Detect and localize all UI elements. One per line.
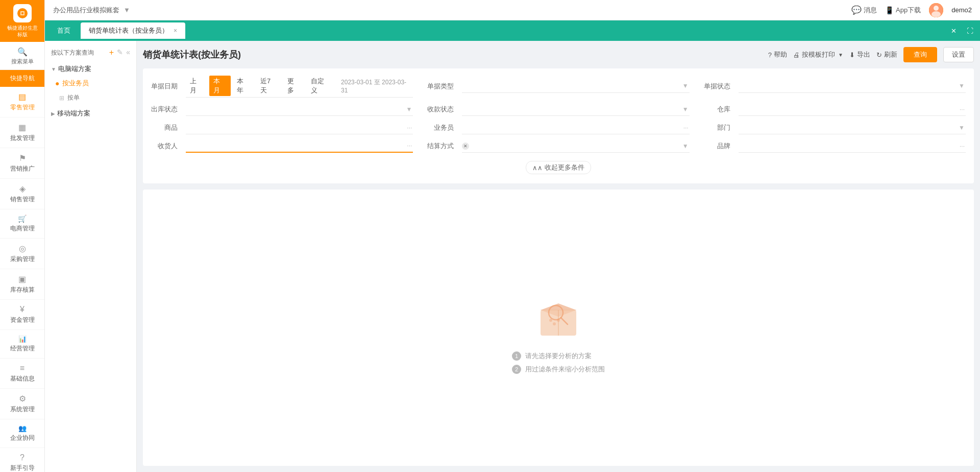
help-button[interactable]: ? 帮助 [768, 50, 787, 59]
collapse-row: ∧∧ 收起更多条件 [151, 158, 966, 177]
consignee-more-icon[interactable]: ··· [407, 142, 412, 149]
tab-close-button[interactable]: × [174, 27, 177, 34]
breadcrumb-text: 办公用品行业模拟账套 [53, 6, 119, 15]
print-button[interactable]: 🖨 按模板打印 ▼ [793, 50, 843, 59]
date-tab-more[interactable]: 更多 [283, 76, 305, 96]
sidebar-item-operation[interactable]: 📊 经营管理 [0, 330, 44, 359]
search-icon: 🔍 [17, 47, 28, 57]
consignee-control[interactable]: ··· [186, 139, 413, 153]
date-tab-custom[interactable]: 自定义 [307, 76, 335, 96]
panel-title: 按以下方案查询 [51, 49, 94, 57]
search-menu-item[interactable]: 🔍 搜索菜单 [0, 42, 44, 70]
tab-home[interactable]: 首页 [49, 22, 79, 39]
print-icon: 🖨 [793, 51, 800, 59]
inventory-icon: ▣ [18, 274, 26, 284]
empty-tips: 1 请先选择要分析的方案 2 用过滤条件来缩小分析范围 [512, 351, 605, 374]
breadcrumb-dropdown-icon[interactable]: ▼ [124, 6, 130, 14]
app-download-button[interactable]: 📱 App下载 [885, 6, 921, 15]
panel-sub-item-by-order[interactable]: ⊞ 按单 [45, 91, 136, 105]
sidebar-item-inventory[interactable]: ▣ 库存核算 [0, 269, 44, 300]
search-label: 搜索菜单 [11, 58, 34, 65]
message-button[interactable]: 💬 消息 [851, 5, 877, 15]
pc-section-label: 电脑端方案 [58, 64, 91, 74]
tab-active[interactable]: 销货单统计表（按业务员） × [81, 22, 185, 39]
recv-status-label: 收款状态 [417, 105, 458, 114]
type-dropdown-icon[interactable]: ▼ [682, 82, 689, 89]
page-title-bar: 销货单统计表(按业务员) ? 帮助 🖨 按模板打印 ▼ ⬇ 导出 [143, 47, 974, 62]
date-tab-last-month[interactable]: 上月 [186, 76, 207, 96]
sidebar-item-guide[interactable]: ? 新手引导 [0, 448, 44, 472]
panel-item-by-sales[interactable]: ● 按业务员 [45, 76, 136, 91]
sidebar-item-purchase[interactable]: ◎ 采购管理 [0, 239, 44, 269]
collapse-up-icon: ∧∧ [532, 164, 543, 172]
out-status-dropdown[interactable]: ▼ [406, 106, 412, 113]
svg-point-11 [557, 319, 560, 322]
sales-more-icon[interactable]: ··· [683, 124, 689, 131]
pc-section-header[interactable]: ▼ 电脑端方案 [45, 62, 136, 76]
mobile-section-header[interactable]: ▶ 移动端方案 [45, 107, 136, 120]
guide-icon: ? [20, 453, 24, 462]
left-panel: 按以下方案查询 + ✎ « ▼ 电脑端方案 ● 按业务员 ⊞ 按 [45, 41, 137, 472]
ecommerce-icon: 🛒 [18, 215, 27, 223]
status-filter-control[interactable]: ▼ [739, 80, 966, 93]
recv-status-dropdown[interactable]: ▼ [682, 106, 689, 113]
sidebar-item-corp[interactable]: 👥 企业协同 [0, 419, 44, 448]
tab-maximize[interactable]: ⛶ [964, 25, 976, 37]
export-button[interactable]: ⬇ 导出 [849, 50, 870, 59]
tip1-num: 1 [512, 351, 521, 361]
page-actions: ? 帮助 🖨 按模板打印 ▼ ⬇ 导出 ↻ 刷新 [768, 47, 974, 62]
type-filter-control[interactable]: ▼ [462, 80, 689, 93]
goods-more-icon[interactable]: ··· [407, 124, 412, 131]
panel-add-button[interactable]: + [109, 48, 114, 57]
user-avatar[interactable] [929, 3, 943, 17]
message-icon: 💬 [851, 5, 862, 15]
date-filter-control: 上月 本月 本年 近7天 更多 自定义 2023-03-01 至 2023-03… [186, 75, 413, 98]
query-button[interactable]: 查询 [903, 47, 937, 62]
payment-dropdown[interactable]: ▼ [682, 143, 689, 150]
print-dropdown-icon[interactable]: ▼ [838, 52, 843, 58]
settings-button[interactable]: 设置 [943, 47, 974, 62]
logo-icon [13, 4, 32, 22]
sidebar-item-finance[interactable]: ¥ 资金管理 [0, 300, 44, 330]
sidebar-item-sales[interactable]: ◈ 销售管理 [0, 179, 44, 209]
date-tab-7days[interactable]: 近7天 [256, 76, 281, 96]
finance-icon: ¥ [20, 305, 24, 314]
logo[interactable]: 畅捷通好生意 标版 [0, 0, 44, 42]
panel-collapse-button[interactable]: « [126, 48, 130, 57]
panel-edit-button[interactable]: ✎ [117, 48, 123, 57]
goods-control[interactable]: ··· [186, 121, 413, 134]
status-label: 单据状态 [694, 82, 734, 91]
brand-control[interactable]: ··· [739, 139, 966, 153]
collapse-button[interactable]: ∧∧ 收起更多条件 [526, 161, 591, 174]
date-tab-this-year[interactable]: 本年 [233, 76, 254, 96]
sidebar-item-retail[interactable]: ▤ 零售管理 [0, 87, 44, 117]
payment-control[interactable]: ✕ ▼ [462, 139, 689, 153]
dept-control[interactable]: ▼ [739, 121, 966, 134]
download-icon: 📱 [885, 6, 894, 14]
content-area: 按以下方案查询 + ✎ « ▼ 电脑端方案 ● 按业务员 ⊞ 按 [45, 41, 980, 472]
tab-close-window[interactable]: ✕ [947, 25, 960, 37]
payment-clear-button[interactable]: ✕ [462, 143, 469, 150]
sidebar-item-ecommerce[interactable]: 🛒 电商管理 [0, 209, 44, 239]
pc-section-arrow: ▼ [51, 66, 56, 72]
date-tab-this-month[interactable]: 本月 [209, 76, 231, 96]
recv-status-control[interactable]: ▼ [462, 103, 689, 116]
brand-more-icon[interactable]: ··· [960, 143, 965, 150]
sidebar-item-wholesale[interactable]: ▦ 批发管理 [0, 117, 44, 148]
quick-nav[interactable]: 快捷导航 [0, 70, 44, 87]
sidebar-item-basic[interactable]: ≡ 基础信息 [0, 359, 44, 389]
logo-text: 畅捷通好生意 标版 [7, 25, 38, 38]
status-dropdown-icon[interactable]: ▼ [959, 82, 965, 89]
active-item-icon: ● [55, 79, 59, 87]
warehouse-more-icon[interactable]: ··· [960, 106, 965, 113]
sidebar-item-marketing[interactable]: ⚑ 营销推广 [0, 148, 44, 179]
refresh-button[interactable]: ↻ 刷新 [876, 50, 897, 59]
dept-dropdown[interactable]: ▼ [959, 124, 965, 131]
wholesale-icon: ▦ [18, 123, 26, 132]
empty-icon [528, 282, 589, 343]
tip2-num: 2 [512, 365, 521, 374]
sales-control[interactable]: ··· [462, 121, 689, 134]
out-status-control[interactable]: ▼ [186, 103, 413, 116]
warehouse-control[interactable]: ··· [739, 103, 966, 116]
sidebar-item-system[interactable]: ⚙ 系统管理 [0, 389, 44, 419]
